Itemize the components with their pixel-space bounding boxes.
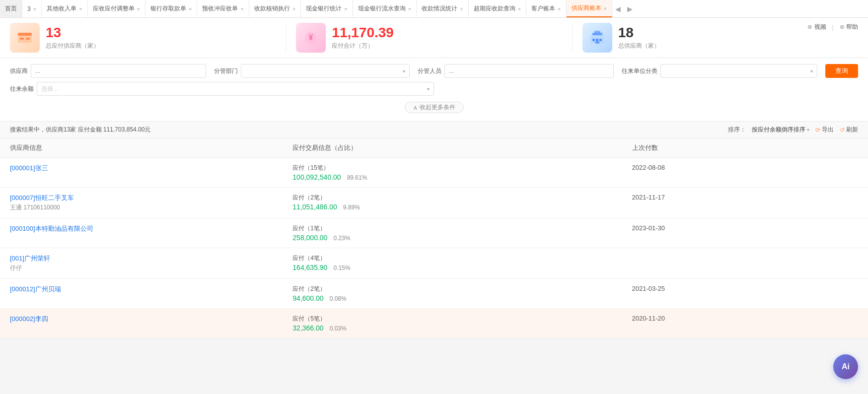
nav-tab-cash-bank-stat-close[interactable]: × bbox=[344, 6, 347, 12]
nav-tab-home[interactable]: 首页 bbox=[0, 0, 22, 17]
balance-filter-text: 选择... bbox=[41, 85, 430, 93]
nav-tab-receipt-verify-label: 收款核销执行 bbox=[254, 4, 290, 13]
trans-percent-beirui: 0.08% bbox=[330, 295, 347, 302]
supplier-info-zhangsan: [000001]张三 bbox=[10, 164, 292, 173]
supplier-link-rongxuan[interactable]: [001]广州荣轩 bbox=[10, 255, 50, 262]
last-payment-date-hengwang: 2021-11-17 bbox=[632, 194, 665, 201]
category-filter-select[interactable]: ▾ bbox=[660, 64, 818, 78]
transaction-info-zhangsan: 应付（15笔） 100,092,540.00 89.61% bbox=[292, 164, 632, 181]
balance-filter-select[interactable]: 选择... ▾ bbox=[37, 82, 434, 96]
col-header-last-payment: 上次付数 bbox=[632, 143, 858, 152]
video-link[interactable]: ⊙ 视频 bbox=[807, 23, 826, 31]
nav-tab-supplier-account[interactable]: 供应商账本 × bbox=[567, 0, 612, 17]
trans-label-hengwang: 应付（2笔） bbox=[292, 194, 632, 202]
nav-tab-advance-collect-close[interactable]: × bbox=[240, 6, 243, 12]
summary-icon-payable bbox=[10, 23, 40, 53]
trans-detail-rongxuan: 应付（4笔） 164,635.90 0.15% bbox=[292, 254, 632, 271]
filter-row-1: 供应商 分管部门 ▾ 分管人员 往来单位分类 ▾ 查询 bbox=[10, 64, 858, 78]
payable-total-amount: 11,170.39 bbox=[332, 26, 394, 40]
person-filter-input[interactable] bbox=[444, 64, 614, 78]
nav-tab-supplier-account-label: 供应商账本 bbox=[572, 4, 601, 12]
trans-detail-zhangsan: 应付（15笔） 100,092,540.00 89.61% bbox=[292, 164, 632, 181]
nav-tab-overdue-collect-close[interactable]: × bbox=[518, 6, 521, 12]
nav-tab-supplier-account-close[interactable]: × bbox=[604, 5, 607, 11]
nav-tab-receipt-stat-close[interactable]: × bbox=[460, 6, 463, 12]
query-button[interactable]: 查询 bbox=[825, 64, 858, 78]
trans-row-bente: 258,000.00 0.23% bbox=[292, 234, 632, 242]
trans-amount-rongxuan[interactable]: 164,635.90 bbox=[292, 263, 327, 271]
trans-amount-zhangsan[interactable]: 100,092,540.00 bbox=[292, 173, 341, 181]
nav-tab-receipt-stat[interactable]: 收款情况统计 × bbox=[417, 0, 468, 17]
trans-label-bente: 应付（1笔） bbox=[292, 224, 632, 233]
trans-percent-hengwang: 9.89% bbox=[343, 204, 360, 211]
data-table: 供应商信息 应付交易信息（占比） 上次付数 [000001]张三 应付（15笔）… bbox=[0, 138, 868, 338]
nav-arrow-right[interactable]: ▶ bbox=[624, 0, 636, 17]
nav-tab-receipt-verify-close[interactable]: × bbox=[292, 6, 295, 12]
refresh-button[interactable]: ↺ 刷新 bbox=[840, 126, 858, 134]
supplier-filter-input[interactable] bbox=[31, 64, 206, 78]
nav-tab-other-income-close[interactable]: × bbox=[79, 6, 82, 12]
total-suppliers-count: 18 bbox=[618, 26, 660, 40]
supplier-link-zhangsan[interactable]: [000001]张三 bbox=[10, 164, 48, 172]
trans-amount-hengwang[interactable]: 11,051,486.00 bbox=[292, 203, 337, 211]
supplier-info-bente: [000100]本特勤油品有限公司 bbox=[10, 224, 292, 233]
supplier-sub-hengwang: 王通 17106110000 bbox=[10, 203, 292, 212]
supplier-info-hengwang: [000007]恒旺二手叉车 王通 17106110000 bbox=[10, 194, 292, 212]
collapse-label: 收起更多条件 bbox=[420, 103, 455, 112]
nav-tab-other-income[interactable]: 其他收入单 × bbox=[42, 0, 87, 17]
supplier-link-beirui[interactable]: [000012]广州贝瑞 bbox=[10, 285, 61, 293]
transaction-info-bente: 应付（1笔） 258,000.00 0.23% bbox=[292, 224, 632, 242]
sort-select[interactable]: 按应付余额倒序排序 ▾ bbox=[752, 126, 809, 134]
nav-tab-cash-bank-flow[interactable]: 现金银行流水查询 × bbox=[353, 0, 417, 17]
trans-row-hengwang: 11,051,486.00 9.89% bbox=[292, 203, 632, 211]
nav-tab-bank-deposit[interactable]: 银行存取款单 × bbox=[145, 0, 197, 17]
collapse-button[interactable]: ∧ 收起更多条件 bbox=[405, 102, 464, 113]
nav-arrow-left[interactable]: ◀ bbox=[612, 0, 624, 17]
dept-filter-select[interactable]: ▾ bbox=[241, 64, 410, 78]
filter-item-category: 往来单位分类 ▾ bbox=[622, 64, 818, 78]
supplier-link-hengwang[interactable]: [000007]恒旺二手叉车 bbox=[10, 194, 74, 201]
nav-tab-cash-bank-flow-close[interactable]: × bbox=[408, 6, 411, 12]
dept-dropdown-arrow-icon: ▾ bbox=[403, 68, 405, 74]
transaction-info-hengwang: 应付（2笔） 11,051,486.00 9.89% bbox=[292, 194, 632, 211]
trans-detail-lisi: 应付（5笔） 32,366.00 0.03% bbox=[292, 315, 632, 332]
nav-tab-cash-bank-stat[interactable]: 现金银行统计 × bbox=[301, 0, 353, 17]
last-payment-date-bente: 2023-01-30 bbox=[632, 224, 665, 232]
trans-label-beirui: 应付（2笔） bbox=[292, 285, 632, 293]
export-button[interactable]: ⟳ 导出 bbox=[815, 126, 834, 134]
trans-amount-lisi[interactable]: 32,366.00 bbox=[292, 324, 323, 332]
nav-tab-bank-deposit-close[interactable]: × bbox=[189, 6, 192, 12]
nav-tab-customer-account-close[interactable]: × bbox=[558, 6, 561, 12]
nav-tab-advance-collect[interactable]: 预收冲应收单 × bbox=[197, 0, 249, 17]
trans-amount-bente[interactable]: 258,000.00 bbox=[292, 234, 327, 242]
last-payment-hengwang: 2021-11-17 bbox=[632, 194, 858, 201]
nav-tab-other-income-label: 其他收入单 bbox=[47, 4, 76, 13]
nav-tab-receipt-verify[interactable]: 收款核销执行 × bbox=[249, 0, 301, 17]
trans-detail-beirui: 应付（2笔） 94,600.00 0.08% bbox=[292, 285, 632, 302]
last-payment-zhangsan: 2022-08-08 bbox=[632, 164, 858, 171]
supplier-filter-label: 供应商 bbox=[10, 67, 28, 75]
filter-row-2: 往来余额 选择... ▾ bbox=[10, 82, 858, 96]
col-header-transaction-info: 应付交易信息（占比） bbox=[292, 143, 632, 152]
help-link[interactable]: ⊙ 帮助 bbox=[840, 23, 858, 31]
filter-area: 供应商 分管部门 ▾ 分管人员 往来单位分类 ▾ 查询 往来余额 选择 bbox=[0, 58, 868, 122]
supplier-link-bente[interactable]: [000100]本特勤油品有限公司 bbox=[10, 225, 93, 232]
trans-row-rongxuan: 164,635.90 0.15% bbox=[292, 263, 632, 271]
supplier-info-lisi: [000002]李四 bbox=[10, 315, 292, 324]
nav-tab-customer-account[interactable]: 客户账本 × bbox=[526, 0, 566, 17]
table-row: [000007]恒旺二手叉车 王通 17106110000 应付（2笔） 11,… bbox=[0, 188, 868, 218]
trans-percent-bente: 0.23% bbox=[333, 235, 350, 242]
transaction-info-beirui: 应付（2笔） 94,600.00 0.08% bbox=[292, 285, 632, 302]
export-label: 导出 bbox=[822, 126, 834, 134]
nav-tab-3-close[interactable]: × bbox=[33, 6, 36, 12]
trans-amount-beirui[interactable]: 94,600.00 bbox=[292, 294, 323, 302]
supplier-link-lisi[interactable]: [000002]李四 bbox=[10, 315, 48, 323]
balance-filter-label: 往来余额 bbox=[10, 85, 34, 93]
nav-tab-ar-adjust[interactable]: 应收应付调整单 × bbox=[88, 0, 145, 17]
nav-tab-overdue-collect[interactable]: 超期应收款查询 × bbox=[469, 0, 526, 17]
nav-tab-3[interactable]: 3 × bbox=[22, 0, 42, 17]
nav-tab-ar-adjust-close[interactable]: × bbox=[137, 6, 140, 12]
svg-rect-11 bbox=[599, 39, 602, 41]
nav-tab-home-label: 首页 bbox=[5, 4, 17, 13]
nav-tab-overdue-collect-label: 超期应收款查询 bbox=[474, 4, 515, 13]
